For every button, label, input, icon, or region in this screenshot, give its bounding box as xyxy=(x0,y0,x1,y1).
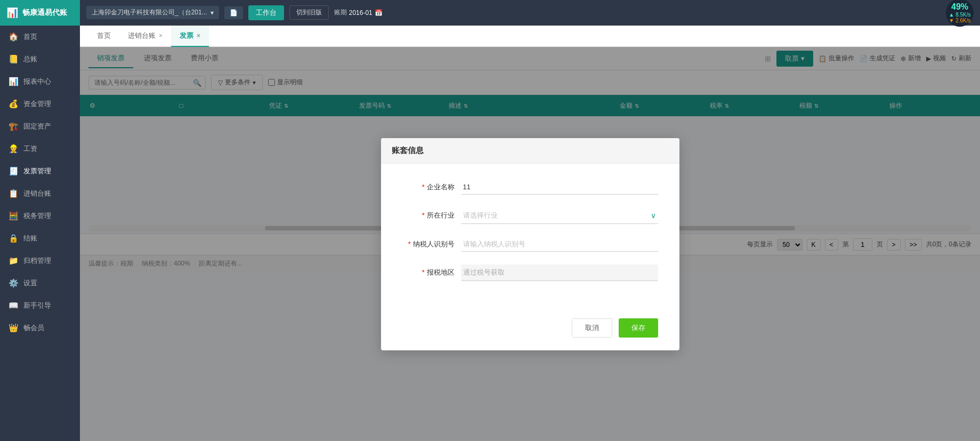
sidebar-item-label: 固定资产 xyxy=(23,122,51,131)
industry-label: * 所在行业 xyxy=(402,211,461,220)
sidebar-item-tax[interactable]: 🧮 税务管理 xyxy=(0,205,80,227)
sidebar-item-label: 发票管理 xyxy=(23,166,51,176)
save-button[interactable]: 保存 xyxy=(619,318,658,338)
sidebar-item-label: 首页 xyxy=(23,32,37,42)
sidebar-item-invoice[interactable]: 🧾 发票管理 xyxy=(0,160,80,182)
sidebar-item-guide[interactable]: 📖 新手引导 xyxy=(0,294,80,317)
sidebar-item-home[interactable]: 🏠 首页 xyxy=(0,26,80,48)
modal-overlay: 账套信息 * 企业名称 * xyxy=(80,47,980,441)
sidebar-item-salary[interactable]: 👷 工资 xyxy=(0,138,80,160)
tab-invoice[interactable]: 发票 × xyxy=(171,26,209,47)
sidebar-item-label: 结账 xyxy=(23,234,37,243)
modal-account-info: 账套信息 * 企业名称 * xyxy=(381,138,679,350)
tax-id-input[interactable] xyxy=(461,237,658,252)
sidebar-logo: 📊 畅康通易代账 xyxy=(0,0,80,26)
tax-region-label: * 报税地区 xyxy=(402,268,461,277)
archive-icon: 📁 xyxy=(9,256,18,266)
member-icon: 👑 xyxy=(9,323,18,333)
logo-icon: 📊 xyxy=(6,7,18,19)
sidebar-item-purchase-sales[interactable]: 📋 进销台账 xyxy=(0,182,80,205)
cancel-button[interactable]: 取消 xyxy=(572,318,612,338)
sidebar-item-label: 工资 xyxy=(23,144,37,154)
invoice-icon: 🧾 xyxy=(9,166,18,176)
tab-bar: 首页 进销台账 × 发票 × xyxy=(80,26,980,47)
logo-text: 畅康通易代账 xyxy=(22,8,67,18)
sidebar-item-label: 畅会员 xyxy=(23,323,44,333)
funds-icon: 💰 xyxy=(9,99,18,109)
tax-id-label: * 纳税人识别号 xyxy=(402,239,461,249)
sidebar-item-ledger[interactable]: 📒 总账 xyxy=(0,48,80,70)
sidebar-item-assets[interactable]: 🏗️ 固定资产 xyxy=(0,115,80,138)
home-icon: 🏠 xyxy=(9,32,18,42)
industry-select[interactable]: 请选择行业 ∨ xyxy=(461,207,658,224)
main-content: 上海卯金刀电子科技有限公司_（台201... ▾ 📄 工作台 切到旧版 账期 2… xyxy=(80,0,980,441)
settings-icon: ⚙️ xyxy=(9,278,18,288)
form-row-tax-id: * 纳税人识别号 xyxy=(402,237,658,252)
period-label: 账期 2016-01 📅 xyxy=(334,8,383,17)
content-area: 销项发票 进项发票 费用小票 ⊞ 取票 ▾ 📋 批 xyxy=(80,47,980,441)
switch-old-button[interactable]: 切到旧版 xyxy=(289,5,329,20)
tab-purchase-sales[interactable]: 进销台账 × xyxy=(119,26,171,47)
sidebar-item-label: 报表中心 xyxy=(23,77,51,86)
speed-indicator: 49% ▲ 8.5K/s ▼ 2.6K/s xyxy=(946,0,974,27)
tab-close-purchase-sales[interactable]: × xyxy=(159,32,163,39)
guide-icon: 📖 xyxy=(9,301,18,310)
calendar-icon[interactable]: 📅 xyxy=(375,9,383,17)
sidebar-item-label: 新手引导 xyxy=(23,301,51,310)
doc-icon-button[interactable]: 📄 xyxy=(224,6,243,19)
company-name-label: * 企业名称 xyxy=(402,182,461,192)
company-name: 上海卯金刀电子科技有限公司_（台201... xyxy=(92,8,207,17)
sidebar-item-label: 进销台账 xyxy=(23,189,51,198)
salary-icon: 👷 xyxy=(9,144,18,154)
reports-icon: 📊 xyxy=(9,77,18,86)
purchase-sales-icon: 📋 xyxy=(9,189,18,198)
tax-icon: 🧮 xyxy=(9,211,18,221)
form-row-tax-region: * 报税地区 通过税号获取 xyxy=(402,264,658,281)
company-selector[interactable]: 上海卯金刀电子科技有限公司_（台201... ▾ xyxy=(86,6,219,19)
sidebar-item-close[interactable]: 🔒 结账 xyxy=(0,227,80,250)
modal-title: 账套信息 xyxy=(381,138,679,164)
close-accounts-icon: 🔒 xyxy=(9,234,18,243)
sidebar-item-settings[interactable]: ⚙️ 设置 xyxy=(0,272,80,294)
sidebar-item-label: 归档管理 xyxy=(23,256,51,266)
tax-region-field: 通过税号获取 xyxy=(461,264,658,281)
top-header: 上海卯金刀电子科技有限公司_（台201... ▾ 📄 工作台 切到旧版 账期 2… xyxy=(80,0,980,26)
sidebar-item-archive[interactable]: 📁 归档管理 xyxy=(0,250,80,272)
sidebar: 📊 畅康通易代账 🏠 首页 📒 总账 📊 报表中心 💰 资金管理 🏗️ 固定资产… xyxy=(0,0,80,441)
sidebar-item-label: 税务管理 xyxy=(23,211,51,221)
sidebar-item-member[interactable]: 👑 畅会员 xyxy=(0,317,80,339)
sidebar-item-label: 设置 xyxy=(23,278,37,288)
form-row-industry: * 所在行业 请选择行业 ∨ xyxy=(402,207,658,224)
modal-footer: 取消 保存 xyxy=(381,310,679,350)
dropdown-icon: ▾ xyxy=(210,9,214,17)
sidebar-item-reports[interactable]: 📊 报表中心 xyxy=(0,70,80,93)
company-name-input[interactable] xyxy=(461,180,658,195)
sidebar-item-funds[interactable]: 💰 资金管理 xyxy=(0,93,80,115)
assets-icon: 🏗️ xyxy=(9,122,18,131)
tab-home[interactable]: 首页 xyxy=(88,26,119,47)
sidebar-item-label: 总账 xyxy=(23,54,37,64)
tab-close-invoice[interactable]: × xyxy=(197,32,200,39)
form-row-company: * 企业名称 xyxy=(402,180,658,195)
ledger-icon: 📒 xyxy=(9,54,18,64)
sidebar-item-label: 资金管理 xyxy=(23,99,51,109)
select-arrow-icon: ∨ xyxy=(651,211,656,220)
workbench-button[interactable]: 工作台 xyxy=(248,5,284,20)
modal-body: * 企业名称 * 所在行业 请选择行业 xyxy=(381,164,679,310)
